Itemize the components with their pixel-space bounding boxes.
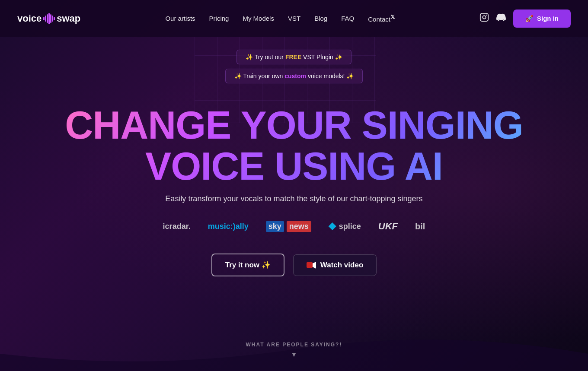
svg-point-2 [486, 15, 487, 16]
hero-heading-line1: CHANGE YOUR SINGING [65, 104, 523, 147]
svg-marker-4 [313, 262, 316, 269]
signin-label: Sign in [537, 15, 559, 22]
signin-button[interactable]: 🚀 Sign in [513, 10, 571, 28]
nav-item-my-models[interactable]: My Models [243, 15, 274, 22]
logos-row: icradar. music:)ally skynews splice UKF … [163, 221, 425, 232]
banner-container: ✨ Try out our FREE VST Plugin ✨ ✨ Train … [225, 50, 363, 83]
svg-rect-0 [480, 13, 488, 21]
bottom-section: WHAT ARE PEOPLE SAYING?! ▼ [0, 342, 588, 358]
banner-vst[interactable]: ✨ Try out our FREE VST Plugin ✨ [236, 50, 352, 64]
watch-video-button[interactable]: Watch video [293, 254, 377, 276]
cta-row: Try it now ✨ Watch video [211, 254, 377, 276]
logo-icradar: icradar. [163, 222, 191, 231]
bottom-label: WHAT ARE PEOPLE SAYING?! [246, 342, 342, 348]
svg-rect-3 [307, 262, 313, 268]
logo-skynews: skynews [266, 221, 311, 232]
banner-custom-prefix: ✨ Train your own [234, 73, 285, 79]
nav-item-blog[interactable]: Blog [314, 15, 327, 22]
logo[interactable]: voice swap [17, 13, 80, 24]
instagram-icon[interactable] [479, 13, 489, 24]
logo-ukf: UKF [378, 221, 398, 232]
nav-item-pricing[interactable]: Pricing [209, 15, 229, 22]
nav-item-faq[interactable]: FAQ [341, 15, 354, 22]
banner-vst-suffix: VST Plugin ✨ [301, 54, 342, 60]
try-now-button[interactable]: Try it now ✨ [211, 254, 284, 276]
rocket-icon: 🚀 [525, 15, 534, 22]
navbar: voice swap Our artists Pricing My Models… [0, 0, 588, 37]
logo-voice: voice [17, 13, 42, 24]
nav-item-contact[interactable]: Contact𝕏 [368, 14, 395, 23]
hero-heading: CHANGE YOUR SINGING VOICE USING AI [65, 105, 523, 187]
banner-custom[interactable]: ✨ Train your own custom voice models! ✨ [225, 69, 363, 83]
logo-splice: splice [329, 222, 361, 231]
nav-item-our-artists[interactable]: Our artists [165, 15, 195, 22]
video-camera-icon [307, 262, 316, 269]
try-now-label: Try it now ✨ [225, 261, 271, 269]
sky-text: sky [266, 221, 284, 232]
news-text: news [287, 221, 311, 232]
main-content: ✨ Try out our FREE VST Plugin ✨ ✨ Train … [0, 37, 588, 371]
logo-swap: swap [57, 13, 80, 24]
banner-vst-prefix: ✨ Try out our [246, 54, 285, 60]
watch-video-label: Watch video [320, 261, 364, 270]
banner-custom-suffix: voice models! ✨ [306, 73, 354, 79]
banner-vst-highlight: FREE [285, 54, 301, 60]
discord-icon[interactable] [496, 13, 506, 24]
hero-subtitle: Easily transform your vocals to match th… [165, 194, 422, 203]
svg-point-1 [483, 16, 486, 19]
banner-custom-highlight: custom [284, 73, 306, 79]
nav-right: 🚀 Sign in [479, 10, 571, 28]
logo-text: voice swap [17, 13, 80, 24]
bottom-arrow-icon: ▼ [291, 351, 297, 358]
logo-waveform-icon [43, 13, 55, 24]
hero-heading-line2: VOICE USING AI [145, 145, 443, 188]
nav-links: Our artists Pricing My Models VST Blog F… [165, 14, 395, 23]
x-social-icon: 𝕏 [390, 14, 395, 20]
logo-bil: bil [415, 222, 425, 231]
splice-diamond-icon [329, 222, 336, 230]
logo-musicaly: music:)ally [208, 222, 249, 231]
nav-item-vst[interactable]: VST [288, 15, 300, 22]
